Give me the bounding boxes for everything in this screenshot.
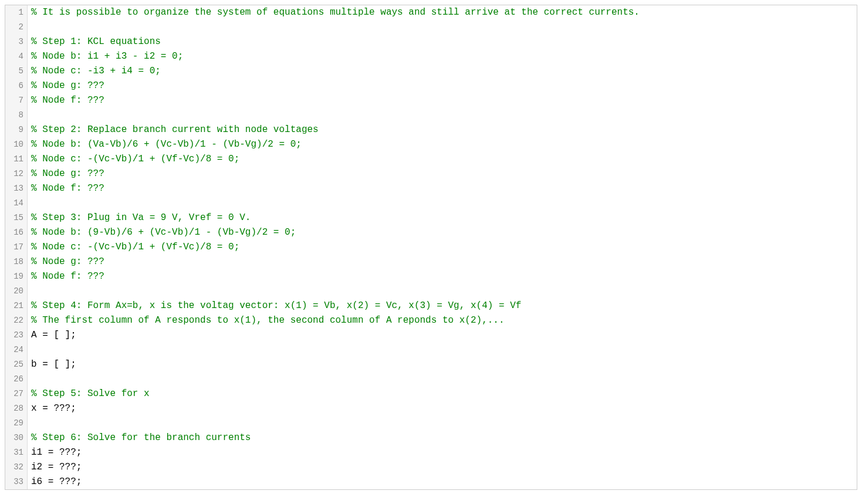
code-line[interactable]: 20 [5,284,857,299]
code-content[interactable]: % Step 4: Form Ax=b, x is the voltag vec… [28,299,521,313]
code-content[interactable] [28,196,31,211]
code-content[interactable]: % Node g: ??? [28,79,104,93]
comment-span: % The first column of A responds to x(1)… [31,315,505,326]
code-content[interactable]: % Node b: i1 + i3 - i2 = 0; [28,49,183,64]
code-line[interactable]: 19% Node f: ??? [5,269,857,284]
comment-span: % Node f: ??? [31,271,104,282]
code-content[interactable]: % Node f: ??? [28,181,104,196]
line-number: 31 [5,445,28,460]
line-number: 5 [5,64,28,79]
line-number: 24 [5,343,28,357]
code-content[interactable]: % Step 5: Solve for x [28,387,150,401]
code-line[interactable]: 16% Node b: (9-Vb)/6 + (Vc-Vb)/1 - (Vb-V… [5,225,857,240]
comment-span: % Step 2: Replace branch current with no… [31,124,319,135]
code-content[interactable] [28,416,31,431]
comment-span: % Node b: i1 + i3 - i2 = 0; [31,51,183,62]
code-line[interactable]: 27% Step 5: Solve for x [5,387,857,401]
code-line[interactable]: 23A = [ ]; [5,328,857,343]
code-content[interactable]: % It is possible to organize the system … [28,5,640,20]
line-number: 21 [5,299,28,313]
code-content[interactable]: x = ???; [28,401,76,416]
code-line[interactable]: 3% Step 1: KCL equations [5,35,857,49]
code-content[interactable]: % Node c: -(Vc-Vb)/1 + (Vf-Vc)/8 = 0; [28,152,239,167]
code-line[interactable]: 28x = ???; [5,401,857,416]
code-line[interactable]: 26 [5,372,857,387]
code-content[interactable]: % Node c: -(Vc-Vb)/1 + (Vf-Vc)/8 = 0; [28,240,239,255]
code-editor[interactable]: 1% It is possible to organize the system… [5,5,857,490]
code-line[interactable]: 24 [5,343,857,357]
code-line[interactable]: 5% Node c: -i3 + i4 = 0; [5,64,857,79]
code-line[interactable]: 4% Node b: i1 + i3 - i2 = 0; [5,49,857,64]
comment-span: % It is possible to organize the system … [31,7,640,18]
line-number: 15 [5,211,28,225]
code-line[interactable]: 21% Step 4: Form Ax=b, x is the voltag v… [5,299,857,313]
comment-span: % Step 4: Form Ax=b, x is the voltag vec… [31,300,521,311]
code-content[interactable]: i2 = ???; [28,460,82,475]
comment-span: % Node c: -(Vc-Vb)/1 + (Vf-Vc)/8 = 0; [31,154,239,164]
code-line[interactable]: 10% Node b: (Va-Vb)/6 + (Vc-Vb)/1 - (Vb-… [5,137,857,152]
comment-span: % Node g: ??? [31,168,104,179]
line-number: 13 [5,181,28,196]
comment-span: % Node c: -(Vc-Vb)/1 + (Vf-Vc)/8 = 0; [31,242,239,252]
code-content[interactable]: % Node g: ??? [28,255,104,269]
code-content[interactable]: i6 = ???; [28,475,82,489]
code-content[interactable] [28,20,31,35]
code-line[interactable]: 29 [5,416,857,431]
code-content[interactable]: A = [ ]; [28,328,76,343]
code-line[interactable]: 9% Step 2: Replace branch current with n… [5,123,857,137]
code-line[interactable]: 17% Node c: -(Vc-Vb)/1 + (Vf-Vc)/8 = 0; [5,240,857,255]
code-line[interactable]: 7% Node f: ??? [5,93,857,108]
code-line[interactable]: 6% Node g: ??? [5,79,857,93]
code-content[interactable]: % The first column of A responds to x(1)… [28,313,505,328]
code-line[interactable]: 22% The first column of A responds to x(… [5,313,857,328]
code-line[interactable]: 25b = [ ]; [5,357,857,372]
line-number: 28 [5,401,28,416]
line-number: 23 [5,328,28,343]
code-content[interactable]: % Node g: ??? [28,167,104,181]
code-line[interactable]: 12% Node g: ??? [5,167,857,181]
code-span: A = [ ]; [31,330,76,340]
code-span: x = ???; [31,403,76,414]
code-line[interactable]: 13% Node f: ??? [5,181,857,196]
line-number: 29 [5,416,28,431]
code-content[interactable]: i1 = ???; [28,445,82,460]
code-content[interactable]: % Step 3: Plug in Va = 9 V, Vref = 0 V. [28,211,251,225]
code-line[interactable]: 11% Node c: -(Vc-Vb)/1 + (Vf-Vc)/8 = 0; [5,152,857,167]
code-content[interactable]: b = [ ]; [28,357,76,372]
comment-span: % Node f: ??? [31,183,104,194]
code-content[interactable]: % Step 1: KCL equations [28,35,161,49]
code-line[interactable]: 33i6 = ???; [5,475,857,489]
line-number: 11 [5,152,28,167]
comment-span: % Step 5: Solve for x [31,388,150,399]
comment-span: % Step 6: Solve for the branch currents [31,432,251,443]
line-number: 2 [5,20,28,35]
code-content[interactable] [28,343,31,357]
code-line[interactable]: 30% Step 6: Solve for the branch current… [5,431,857,445]
code-line[interactable]: 31i1 = ???; [5,445,857,460]
code-line[interactable]: 8 [5,108,857,123]
code-line[interactable]: 2 [5,20,857,35]
code-content[interactable]: % Node b: (Va-Vb)/6 + (Vc-Vb)/1 - (Vb-Vg… [28,137,302,152]
code-line[interactable]: 15% Step 3: Plug in Va = 9 V, Vref = 0 V… [5,211,857,225]
line-number: 16 [5,225,28,240]
code-content[interactable]: % Step 2: Replace branch current with no… [28,123,319,137]
code-line[interactable]: 1% It is possible to organize the system… [5,5,857,20]
code-line[interactable]: 32i2 = ???; [5,460,857,475]
code-content[interactable]: % Node f: ??? [28,93,104,108]
line-number: 18 [5,255,28,269]
code-content[interactable] [28,284,31,299]
code-content[interactable]: % Node c: -i3 + i4 = 0; [28,64,161,79]
code-line[interactable]: 18% Node g: ??? [5,255,857,269]
code-line[interactable]: 14 [5,196,857,211]
code-content[interactable] [28,372,31,387]
line-number: 4 [5,49,28,64]
code-content[interactable]: % Node f: ??? [28,269,104,284]
code-content[interactable]: % Node b: (9-Vb)/6 + (Vc-Vb)/1 - (Vb-Vg)… [28,225,296,240]
comment-span: % Node g: ??? [31,256,104,267]
code-content[interactable] [28,108,31,123]
line-number: 19 [5,269,28,284]
code-span: b = [ ]; [31,359,76,370]
code-content[interactable]: % Step 6: Solve for the branch currents [28,431,251,445]
line-number: 3 [5,35,28,49]
line-number: 25 [5,357,28,372]
